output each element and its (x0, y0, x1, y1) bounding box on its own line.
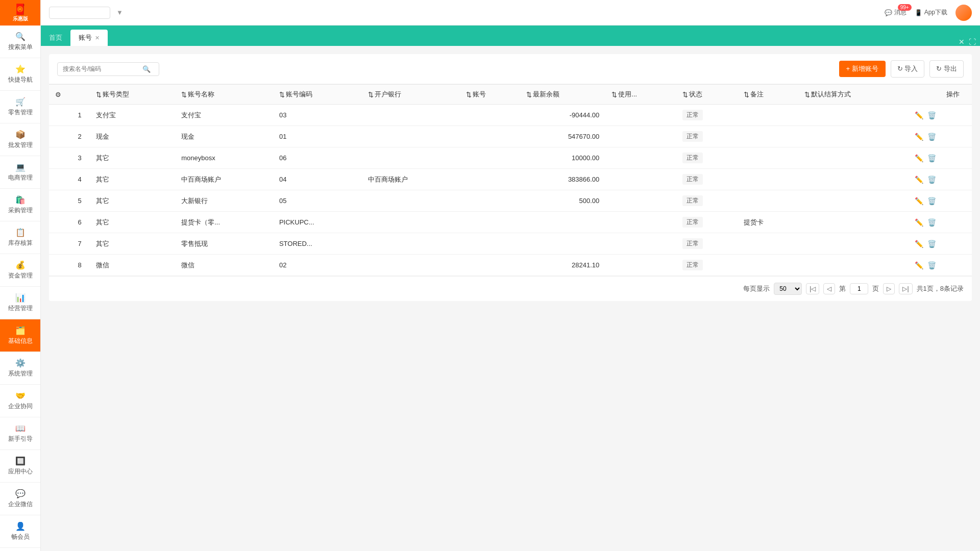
edit-button[interactable]: ✏️ (915, 154, 923, 162)
row-status: 正常 (676, 255, 738, 276)
edit-button[interactable]: ✏️ (915, 261, 923, 269)
sidebar-item-search[interactable]: 🔍 搜索菜单 (0, 26, 40, 58)
edit-button[interactable]: ✏️ (915, 176, 923, 184)
col-account[interactable]: ⇅ 账号 (460, 85, 520, 105)
row-status: 正常 (676, 147, 738, 169)
row-settings (49, 212, 69, 233)
row-usage (605, 105, 676, 126)
search-input[interactable] (63, 65, 139, 72)
col-status-sort-icon: ⇅ (682, 91, 688, 98)
delete-button[interactable]: 🗑️ (927, 154, 936, 162)
tab-home-label: 首页 (49, 33, 62, 42)
sidebar-item-quicknav[interactable]: ⭐ 快捷导航 (0, 58, 40, 91)
tab-account[interactable]: 账号 ✕ (70, 30, 108, 46)
main-area: ▼ 💬 消息 99+ 📱 App下载 首页 账号 ✕ ✕ ⛶ (41, 0, 980, 551)
sidebar-item-purchase[interactable]: 🛍️ 采购管理 (0, 189, 40, 221)
tab-home[interactable]: 首页 (41, 30, 70, 46)
sidebar-item-ecommerce[interactable]: 💻 电商管理 (0, 156, 40, 189)
sidebar-item-finance[interactable]: 💰 资金管理 (0, 254, 40, 287)
row-num: 6 (69, 212, 90, 233)
delete-button[interactable]: 🗑️ (927, 111, 936, 119)
col-bank[interactable]: ⇅ 开户银行 (362, 85, 460, 105)
import-button[interactable]: ↻ 导入 (891, 60, 925, 78)
row-num: 3 (69, 147, 90, 169)
row-bank: 中百商场账户 (362, 169, 460, 190)
row-num: 1 (69, 105, 90, 126)
sidebar-item-operation[interactable]: 📊 经营管理 (0, 287, 40, 319)
row-balance: 383866.00 (520, 169, 605, 190)
sidebar-item-label: 快捷导航 (8, 76, 33, 84)
settings-icon[interactable]: ⚙ (55, 91, 61, 98)
row-code: PICKUPC... (273, 212, 362, 233)
row-account (460, 105, 520, 126)
col-code[interactable]: ⇅ 账号编码 (273, 85, 362, 105)
sidebar-item-system[interactable]: ⚙️ 系统管理 (0, 352, 40, 385)
toolbar-right: + 新增账号 ↻ 导入 ↻ 导出 (839, 60, 964, 78)
box-icon: 📦 (15, 130, 26, 139)
import-label: ↻ 导入 (897, 64, 918, 73)
page-prev-button[interactable]: ◁ (823, 283, 835, 294)
col-account-sort-icon: ⇅ (466, 91, 472, 98)
row-remark (738, 147, 798, 169)
sidebar-item-wholesale[interactable]: 📦 批发管理 (0, 123, 40, 156)
sidebar-item-label: 新手引导 (8, 435, 33, 443)
col-bank-sort-icon: ⇅ (368, 91, 374, 98)
delete-button[interactable]: 🗑️ (927, 176, 936, 184)
delete-button[interactable]: 🗑️ (927, 240, 936, 248)
add-account-button[interactable]: + 新增账号 (839, 61, 886, 77)
row-balance: 10000.00 (520, 147, 605, 169)
topbar-right: 💬 消息 99+ 📱 App下载 (885, 5, 972, 21)
sidebar-item-guide[interactable]: 📖 新手引导 (0, 417, 40, 450)
col-type-sort-icon: ⇅ (96, 91, 102, 98)
edit-button[interactable]: ✏️ (915, 218, 923, 227)
sidebar-item-label: 企业微信 (8, 500, 33, 509)
col-name[interactable]: ⇅ 账号名称 (175, 85, 273, 105)
clipboard-icon: 📋 (15, 228, 26, 237)
sidebar-item-retail[interactable]: 🛒 零售管理 (0, 91, 40, 123)
tab-close-icon[interactable]: ✕ (95, 35, 100, 41)
page-first-button[interactable]: |◁ (806, 283, 819, 294)
col-usage[interactable]: ⇅ 使用... (605, 85, 676, 105)
money-icon: 💰 (15, 260, 26, 270)
sidebar-item-basic[interactable]: 🗂️ 基础信息 (0, 319, 40, 352)
delete-button[interactable]: 🗑️ (927, 133, 936, 141)
delete-button[interactable]: 🗑️ (927, 218, 936, 227)
delete-button[interactable]: 🗑️ (927, 197, 936, 205)
avatar[interactable] (955, 5, 972, 21)
folder-icon: 🗂️ (15, 325, 26, 335)
edit-button[interactable]: ✏️ (915, 240, 923, 248)
table-row: 5 其它 大新银行 05 500.00 正常 ✏️ 🗑️ (49, 190, 972, 212)
sidebar-item-appcenter[interactable]: 🔲 应用中心 (0, 450, 40, 483)
close-window-icon[interactable]: ✕ (959, 38, 965, 46)
edit-button[interactable]: ✏️ (915, 111, 923, 119)
maximize-icon[interactable]: ⛶ (969, 38, 976, 46)
edit-button[interactable]: ✏️ (915, 197, 923, 205)
row-usage (605, 190, 676, 212)
row-name: 提货卡（零... (175, 212, 273, 233)
sidebar-item-inventory[interactable]: 📋 库存核算 (0, 221, 40, 254)
sidebar-item-member[interactable]: 👤 畅会员 (0, 515, 40, 548)
page-number-input[interactable] (850, 283, 868, 294)
col-default-payment[interactable]: ⇅ 默认结算方式 (798, 85, 909, 105)
dropdown-icon[interactable]: ▼ (116, 9, 123, 16)
message-button[interactable]: 💬 消息 99+ (885, 8, 906, 17)
message-icon: 💬 (885, 9, 892, 16)
col-remark[interactable]: ⇅ 备注 (738, 85, 798, 105)
page-next-button[interactable]: ▷ (883, 283, 895, 294)
row-code: 02 (273, 255, 362, 276)
sidebar-item-company[interactable]: 🤝 企业协同 (0, 385, 40, 417)
app-download-button[interactable]: 📱 App下载 (915, 8, 947, 17)
delete-button[interactable]: 🗑️ (927, 261, 936, 269)
sidebar-item-wechat[interactable]: 💬 企业微信 (0, 483, 40, 515)
row-remark (738, 233, 798, 255)
row-usage (605, 147, 676, 169)
export-button[interactable]: ↻ 导出 (929, 60, 964, 78)
edit-button[interactable]: ✏️ (915, 133, 923, 141)
page-size-select[interactable]: 50 100 200 (774, 283, 802, 295)
col-status[interactable]: ⇅ 状态 (676, 85, 738, 105)
page-last-button[interactable]: ▷| (899, 283, 912, 294)
top-search-input[interactable] (49, 7, 110, 19)
row-code: 06 (273, 147, 362, 169)
col-balance[interactable]: ⇅ 最新余额 (520, 85, 605, 105)
col-type[interactable]: ⇅ 账号类型 (90, 85, 175, 105)
